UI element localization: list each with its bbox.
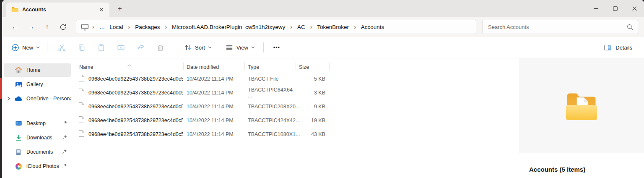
downloads-icon bbox=[15, 134, 22, 141]
breadcrumb-chevron-icon: › bbox=[287, 24, 295, 30]
new-button[interactable]: New bbox=[9, 40, 42, 55]
file-icon bbox=[78, 116, 85, 125]
sidebar-item-documents[interactable]: Documents bbox=[4, 145, 71, 159]
desktop-icon bbox=[15, 120, 22, 127]
onedrive-cloud-icon bbox=[15, 95, 22, 102]
chevron-down-icon bbox=[251, 46, 255, 49]
column-headers: Name Date modified Type Size bbox=[73, 60, 518, 72]
breadcrumb-tokenbroker[interactable]: TokenBroker bbox=[315, 24, 351, 30]
sidebar-item-label: OneDrive - Persona bbox=[26, 96, 71, 102]
maximize-button[interactable] bbox=[605, 0, 625, 17]
breadcrumb-packages[interactable]: Packages bbox=[133, 24, 162, 30]
sidebar-item-gallery[interactable]: Gallery bbox=[4, 78, 71, 91]
window-controls bbox=[586, 0, 644, 17]
breadcrumb-brokerplugin[interactable]: Microsoft.AAD.BrokerPlugin_cw5n1h2txyewy bbox=[170, 24, 287, 30]
pin-icon bbox=[62, 120, 68, 127]
plus-circle-icon bbox=[11, 44, 19, 52]
tab-bar: Accounts + bbox=[2, 0, 644, 17]
file-date-modified: 10/4/2022 11:14 PM bbox=[183, 104, 244, 110]
copy-button[interactable] bbox=[72, 40, 91, 55]
sidebar-item-onedrive-pinned[interactable]: OneDrive bbox=[4, 174, 71, 178]
file-row[interactable]: 0968ee4be0d922543738b29723ec4d0c5... 10/… bbox=[73, 99, 518, 113]
new-tab-button[interactable]: + bbox=[114, 4, 125, 14]
file-icon bbox=[78, 74, 85, 83]
file-name: 0968ee4be0d922543738b29723ec4d0c5... bbox=[88, 90, 183, 96]
breadcrumb-overflow-button[interactable]: … bbox=[97, 24, 108, 30]
sidebar-item-label: Desktop bbox=[26, 120, 62, 126]
file-row[interactable]: 0968ee4be0d922543738b29723ec4d0c5... 10/… bbox=[73, 127, 518, 141]
sidebar-item-downloads[interactable]: Downloads bbox=[4, 131, 71, 144]
sidebar-item-onedrive-personal[interactable]: OneDrive - Persona bbox=[4, 92, 71, 105]
file-type: TBACCT File bbox=[244, 76, 296, 82]
pin-icon bbox=[62, 149, 68, 155]
tab-close-icon[interactable] bbox=[97, 5, 106, 14]
delete-button[interactable] bbox=[151, 40, 170, 55]
cut-button[interactable] bbox=[52, 40, 72, 55]
folder-icon bbox=[11, 7, 18, 13]
details-pane-toggle-button[interactable]: Details bbox=[600, 40, 636, 55]
toolbar-divider bbox=[263, 42, 264, 52]
breadcrumb-chevron-icon: › bbox=[351, 24, 359, 30]
breadcrumb-accounts[interactable]: Accounts bbox=[359, 24, 387, 30]
sort-button[interactable]: Sort bbox=[180, 40, 216, 55]
view-icon bbox=[225, 43, 234, 52]
file-name: 0968ee4be0d922543738b29723ec4d0c5... bbox=[88, 118, 183, 123]
breadcrumb-ac[interactable]: AC bbox=[295, 24, 307, 30]
navigation-bar: ← → ↑ › … Local › Packages › Microsoft.A… bbox=[2, 17, 644, 37]
column-header-date-modified[interactable]: Date modified bbox=[183, 60, 244, 72]
more-options-button[interactable]: ••• bbox=[268, 40, 285, 55]
rename-button[interactable]: A bbox=[111, 40, 131, 55]
view-button[interactable]: View bbox=[221, 40, 259, 55]
forward-button[interactable]: → bbox=[23, 19, 39, 34]
file-icon bbox=[78, 102, 85, 111]
file-date-modified: 10/4/2022 11:14 PM bbox=[183, 118, 244, 123]
pin-icon bbox=[62, 134, 68, 141]
close-button[interactable] bbox=[625, 0, 644, 17]
file-size: 3 KB bbox=[296, 90, 329, 96]
sidebar-item-label: Downloads bbox=[26, 135, 62, 141]
back-button[interactable]: ← bbox=[7, 19, 23, 34]
pin-icon bbox=[62, 163, 68, 170]
share-button[interactable] bbox=[131, 40, 151, 55]
search-input[interactable] bbox=[483, 20, 638, 34]
breadcrumb-chevron-icon: › bbox=[89, 24, 97, 30]
breadcrumb-local[interactable]: Local bbox=[107, 24, 125, 30]
sidebar-item-icloud-photos[interactable]: iCloud Photos bbox=[4, 160, 71, 173]
navigation-sidebar: Home Gallery OneDrive - Persona Desktop bbox=[2, 58, 73, 178]
sidebar-item-label: Home bbox=[26, 67, 71, 73]
column-header-type[interactable]: Type bbox=[244, 60, 296, 72]
new-button-label: New bbox=[22, 44, 33, 51]
file-type: TBACCTPIC64X64 ... bbox=[244, 87, 296, 99]
svg-text:A: A bbox=[120, 46, 122, 50]
documents-icon bbox=[15, 148, 22, 156]
details-pane-icon bbox=[603, 44, 612, 52]
sidebar-item-desktop[interactable]: Desktop bbox=[4, 117, 71, 130]
sidebar-item-label: Gallery bbox=[26, 81, 71, 87]
file-row[interactable]: 0968ee4be0d922543738b29723ec4d0c5... 10/… bbox=[73, 86, 518, 99]
file-type: TBACCTPIC208X20... bbox=[244, 104, 296, 110]
minimize-button[interactable] bbox=[586, 0, 605, 17]
file-row[interactable]: 0968ee4be0d922543738b29723ec4d0c5... 10/… bbox=[73, 113, 518, 127]
view-button-label: View bbox=[236, 44, 248, 51]
file-row[interactable]: 0968ee4be0d922543738b29723ec4d0c5... 10/… bbox=[73, 72, 518, 86]
breadcrumb-chevron-icon: › bbox=[307, 24, 315, 30]
file-list: Name Date modified Type Size 0968ee4be0d… bbox=[73, 58, 518, 178]
column-separator[interactable] bbox=[329, 63, 330, 70]
gallery-icon bbox=[15, 81, 22, 88]
refresh-button[interactable] bbox=[55, 19, 71, 34]
paste-button[interactable] bbox=[91, 40, 111, 55]
sidebar-divider bbox=[8, 111, 68, 111]
address-bar[interactable]: › … Local › Packages › Microsoft.AAD.Bro… bbox=[76, 20, 476, 34]
chevron-right-icon[interactable] bbox=[7, 96, 10, 102]
this-pc-icon bbox=[80, 23, 89, 31]
file-name: 0968ee4be0d922543738b29723ec4d0c5... bbox=[88, 131, 183, 137]
sort-button-label: Sort bbox=[195, 44, 205, 51]
column-header-size[interactable]: Size bbox=[296, 60, 329, 72]
chevron-down-icon bbox=[36, 46, 40, 49]
up-button[interactable]: ↑ bbox=[39, 19, 55, 34]
file-name: 0968ee4be0d922543738b29723ec4d0c5... bbox=[88, 104, 183, 110]
column-header-name[interactable]: Name bbox=[73, 60, 183, 72]
folder-preview bbox=[519, 58, 644, 153]
tab-accounts[interactable]: Accounts bbox=[6, 3, 109, 17]
sidebar-item-home[interactable]: Home bbox=[4, 63, 71, 77]
